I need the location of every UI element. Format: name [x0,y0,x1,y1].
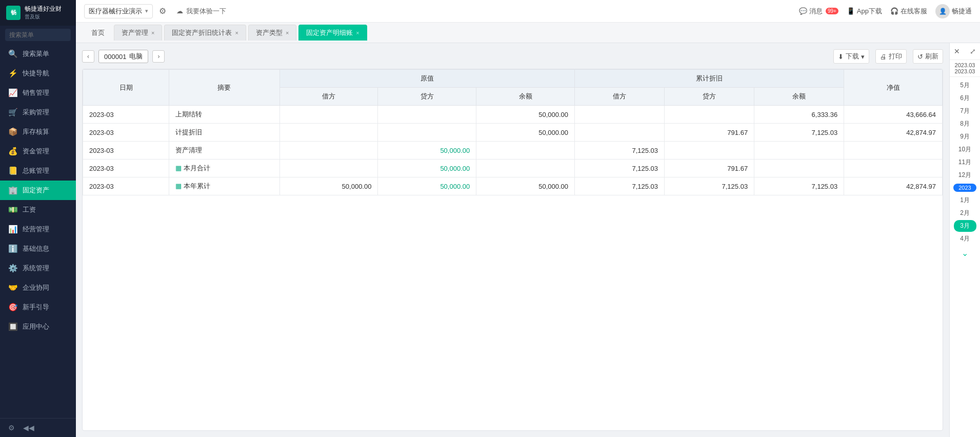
panel-scroll: 5月 6月 7月 8月 9月 10月 11月 12月 2023 1月 2月 3月… [950,77,980,437]
right-timeline-panel: ✕ ⤢ 2023.03 2023.03 5月 6月 7月 8月 9月 10月 1… [949,43,980,437]
cell-orig-balance [476,160,575,177]
sidebar-item-label: 系统管理 [23,264,49,273]
sidebar-item-ledger[interactable]: 📒 总账管理 [0,161,76,181]
month-5[interactable]: 5月 [954,80,976,91]
tab-close-icon[interactable]: × [151,30,154,36]
chevron-down-icon: ▾ [145,8,148,14]
cell-summary: 上期结转 [169,106,279,124]
cell-summary: ▦本年累计 [169,177,279,195]
cell-orig-debit: 50,000.00 [279,177,378,195]
sidebar-item-operations[interactable]: 📊 经营管理 [0,220,76,239]
cell-orig-balance [476,142,575,160]
sidebar-item-search[interactable]: 🔍 搜索菜单 [0,44,76,64]
message-badge: 99+ [826,8,838,14]
panel-close-icon[interactable]: ✕ [952,46,962,56]
month-12[interactable]: 12月 [954,169,976,181]
bar-chart-icon: 📊 [8,225,17,234]
app-icon: 📱 [847,7,855,15]
month-8[interactable]: 8月 [954,118,976,130]
sidebar-item-quick-nav[interactable]: ⚡ 快捷导航 [0,64,76,83]
cell-accum-debit [575,106,665,124]
refresh-button[interactable]: ↺ 刷新 [913,49,943,64]
panel-date-top: 2023.03 2023.03 [950,60,980,77]
sidebar-item-capital[interactable]: 💰 资金管理 [0,142,76,161]
message-btn[interactable]: 💬 消息 99+ [799,7,838,16]
sidebar-item-inventory[interactable]: 📦 库存核算 [0,122,76,142]
tab-asset-type[interactable]: 资产类型 × [248,25,296,41]
settings-icon[interactable]: ⚙ [157,4,168,18]
month-1[interactable]: 1月 [954,194,976,206]
company-selector[interactable]: 医疗器械行业演示 ▾ [84,4,153,18]
tab-depreciation-stats[interactable]: 固定资产折旧统计表 × [164,25,246,41]
sidebar-item-purchase[interactable]: 🛒 采购管理 [0,103,76,122]
money-icon: 💰 [8,147,17,156]
cell-date: 2023-03 [83,142,169,160]
tab-home[interactable]: 首页 [84,25,112,41]
col-accum-balance: 余额 [754,88,844,106]
download-button[interactable]: ⬇ 下载 ▾ [833,49,869,64]
sidebar-item-system[interactable]: ⚙️ 系统管理 [0,259,76,278]
tab-close-icon[interactable]: × [235,30,238,36]
subtotal-icon: ▦ [175,182,182,190]
message-label: 消息 [809,7,823,16]
sidebar-item-label: 应用中心 [23,322,49,331]
sidebar-item-app-center[interactable]: 🔲 应用中心 [0,317,76,336]
sidebar-item-sales[interactable]: 📈 销售管理 [0,83,76,103]
user-avatar-area[interactable]: 👤 畅捷通 [935,4,972,18]
sidebar-item-label: 基础信息 [23,244,49,253]
sidebar-item-label: 总账管理 [23,166,49,175]
tab-home-label: 首页 [91,28,105,37]
company-name: 医疗器械行业演示 [89,7,142,16]
sidebar-nav: 🔍 搜索菜单 ⚡ 快捷导航 📈 销售管理 🛒 采购管理 📦 库存核算 💰 资金管… [0,44,76,418]
tab-close-icon[interactable]: × [286,30,289,36]
logo-subtitle: 普及版 [25,13,62,21]
month-11[interactable]: 11月 [954,156,976,168]
tab-close-icon[interactable]: × [356,30,359,36]
month-7[interactable]: 7月 [954,105,976,117]
tab-asset-detail[interactable]: 固定资产明细账 × [298,25,367,41]
scroll-down-icon[interactable]: ⌄ [962,245,968,261]
search-input[interactable] [5,29,71,41]
print-button[interactable]: 🖨 打印 [875,49,907,64]
cell-accum-balance: 7,125.03 [754,177,844,195]
month-2[interactable]: 2月 [954,207,976,219]
sidebar-item-guide[interactable]: 🎯 新手引导 [0,297,76,317]
cell-accum-balance: 6,333.36 [754,106,844,124]
month-4[interactable]: 4月 [954,233,976,245]
tabbar: 首页 资产管理 × 固定资产折旧统计表 × 资产类型 × 固定资产明细账 × [76,23,980,43]
settings-bottom-icon[interactable]: ⚙ [8,424,15,432]
col-orig-debit: 借方 [279,88,378,106]
cell-accum-debit: 7,125.03 [575,160,665,177]
tab-asset-management[interactable]: 资产管理 × [114,25,162,41]
download-icon: ⬇ [838,53,844,61]
collapse-icon[interactable]: ◀◀ [23,424,34,432]
cell-date: 2023-03 [83,124,169,142]
cell-orig-credit: 50,000.00 [378,177,476,195]
month-6[interactable]: 6月 [954,92,976,104]
tab-label: 资产类型 [256,28,283,37]
building-icon: 🏢 [8,186,17,195]
sidebar-search-area[interactable] [0,26,76,44]
month-9[interactable]: 9月 [954,131,976,143]
cell-orig-balance: 50,000.00 [476,106,575,124]
topbar-right: 💬 消息 99+ 📱 App下载 🎧 在线客服 👤 畅捷通 [799,4,972,18]
sidebar-item-label: 企业协同 [23,283,49,292]
app-download-btn[interactable]: 📱 App下载 [847,7,882,16]
target-icon: 🎯 [8,303,17,312]
cell-net: 43,666.64 [844,106,943,124]
month-10[interactable]: 10月 [954,144,976,155]
cell-accum-credit [665,142,754,160]
next-asset-button[interactable]: › [152,50,165,63]
print-icon: 🖨 [880,53,887,61]
prev-asset-button[interactable]: ‹ [82,50,94,63]
panel-expand-icon[interactable]: ⤢ [968,46,978,56]
experience-btn[interactable]: ☁ 我要体验一下 [176,7,226,16]
sidebar-item-fixed-assets[interactable]: 🏢 固定资产 [0,181,76,200]
sidebar-item-basic-info[interactable]: ℹ️ 基础信息 [0,239,76,259]
month-3-active[interactable]: 3月 [954,220,976,232]
sidebar-item-payroll[interactable]: 💵 工资 [0,200,76,220]
online-service-btn[interactable]: 🎧 在线客服 [890,7,927,16]
cell-summary: 计提折旧 [169,124,279,142]
sidebar-item-enterprise[interactable]: 🤝 企业协同 [0,278,76,297]
cell-accum-debit: 7,125.03 [575,142,665,160]
